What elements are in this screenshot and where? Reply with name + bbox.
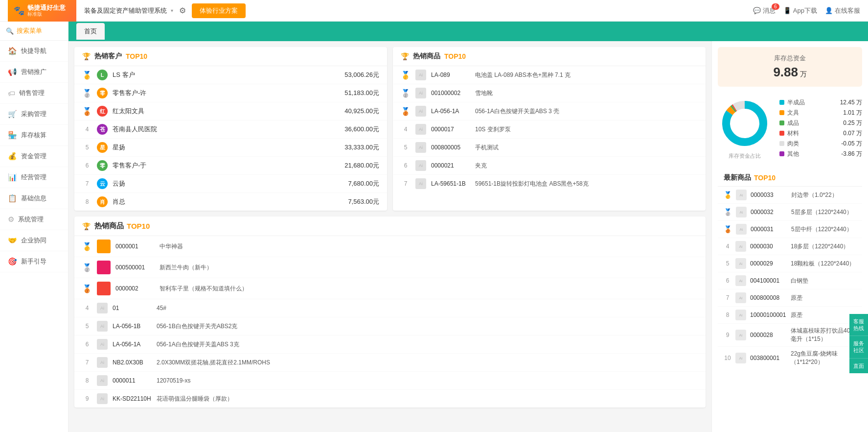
app-download-label: App下载: [793, 6, 817, 15]
guide-icon: 🎯: [8, 257, 17, 266]
product-image: [97, 261, 111, 274]
rank-number: 4: [401, 126, 411, 133]
product-placeholder: Ai: [415, 106, 426, 117]
new-products-top-label: TOP10: [754, 174, 776, 182]
product-placeholder: Ai: [415, 160, 426, 171]
rank-number: 5: [401, 144, 411, 151]
legend-label: 文具: [787, 109, 840, 117]
sidebar-label-system: 系统管理: [18, 215, 44, 224]
new-product-name: 原垄: [791, 311, 856, 319]
product-name: 手机测试: [475, 144, 698, 152]
product-placeholder: Ai: [97, 375, 108, 386]
product-image: [97, 240, 111, 253]
sidebar-label-guide: 新手引导: [21, 257, 46, 266]
product-code: LA-056-1B: [113, 323, 152, 330]
bronze-medal-icon: 🥉: [724, 225, 732, 233]
list-item: 7 Ai 000800008 原垄: [718, 289, 862, 307]
list-item: 🥉 0000002 智利车子里（规格不知道填什么）: [74, 278, 706, 299]
new-product-placeholder: Ai: [735, 241, 746, 252]
product-name: 45#: [157, 305, 698, 312]
sidebar-item-marketing[interactable]: 📢营销推广: [0, 62, 68, 83]
legend-value: 12.45 万: [840, 98, 862, 107]
legend-label: 其他: [787, 150, 838, 158]
customer-amount: 53,006.26元: [344, 71, 379, 79]
product-name: 056-1A白色按键开关盖ABS 3 壳: [475, 107, 698, 116]
tab-home[interactable]: 首页: [76, 23, 105, 40]
new-product-name: 体城嘉枝味苏打饮品400毫升（1*15）: [791, 327, 856, 343]
customer-name: 零售客户-许: [113, 89, 340, 97]
online-service-button[interactable]: 👤 在线客服: [825, 6, 860, 15]
sidebar-item-guide[interactable]: 🎯新手引导: [0, 251, 68, 272]
feedback-button[interactable]: 直面: [849, 359, 868, 373]
community-button[interactable]: 服务社区: [849, 336, 868, 359]
sidebar-item-system[interactable]: ⚙系统管理: [0, 209, 68, 230]
list-item: 🥈 000500001 新西兰牛肉（新牛）: [74, 257, 706, 278]
float-buttons: 客服热线 服务社区 直面: [849, 314, 868, 373]
rank-number: 4: [82, 305, 92, 312]
customer-name: 红太阳文具: [113, 107, 340, 116]
sidebar-item-inventory[interactable]: 🏪库存核算: [0, 125, 68, 146]
list-item: 8 Ai 10000100001 原垄: [718, 307, 862, 324]
list-item: 🥇 Ai LA-089 电池盖 LA-089 ABS本色+黑种 7.1 克: [393, 66, 706, 84]
sidebar-label-purchase: 采购管理: [21, 110, 46, 119]
settings-button[interactable]: ⚙: [179, 6, 186, 15]
avatar: 肖: [97, 196, 108, 207]
donut-svg: [718, 96, 772, 150]
avatar: L: [97, 70, 108, 80]
inventory-amount-display: 9.88 万: [726, 65, 854, 80]
sidebar-search[interactable]: 🔍 搜索菜单: [0, 22, 68, 41]
sidebar-item-quick-nav[interactable]: 🏠快捷导航: [0, 41, 68, 62]
new-products-list: 🥇 Ai 0000033 封边带（1.0*22） 🥈 Ai 0000032 5层…: [718, 187, 862, 369]
sidebar-item-finance[interactable]: 💰资金管理: [0, 146, 68, 167]
new-product-name: 白钢垫: [791, 277, 856, 285]
system-selector[interactable]: 装备及固定资产辅助管理系统 ▾: [84, 6, 173, 15]
donut-chart: [718, 96, 772, 150]
sidebar-item-sales[interactable]: 🏷销售管理: [0, 83, 68, 104]
main-layout: 🔍 搜索菜单 🏠快捷导航📢营销推广🏷销售管理🛒采购管理🏪库存核算💰资金管理📊经营…: [0, 22, 868, 432]
quick-nav-icon: 🏠: [8, 47, 17, 55]
product-code: LA-056-1A: [431, 108, 470, 115]
avatar: 星: [97, 142, 108, 153]
sidebar-item-collab[interactable]: 🤝企业协同: [0, 230, 68, 251]
customer-amount: 51,183.00元: [344, 89, 379, 97]
product-code: 0000017: [431, 126, 470, 133]
product-placeholder: Ai: [97, 303, 108, 313]
system-name: 装备及固定资产辅助管理系统: [84, 6, 167, 15]
sidebar-item-basics[interactable]: 📋基础信息: [0, 188, 68, 209]
customer-amount: 33,333.00元: [344, 143, 379, 152]
sidebar-item-purchase[interactable]: 🛒采购管理: [0, 104, 68, 125]
avatar: 苍: [97, 124, 108, 135]
new-product-code: 0000031: [751, 226, 787, 233]
customer-amount: 21,680.00元: [344, 161, 379, 170]
app-download-button[interactable]: 📱 App下载: [783, 6, 817, 15]
logo-icon: 🐾: [14, 5, 24, 16]
product-name: 056-1A白色按键开关盖ABS 3克: [157, 340, 698, 349]
new-product-name: 原垄: [791, 294, 856, 302]
customer-amount: 40,925.00元: [344, 107, 379, 116]
product-name: 花语萌值温分腿睡袋（厚款）: [157, 395, 698, 403]
new-product-name: 22g鱼豆腐-烧烤味（1*12*20）: [791, 350, 856, 366]
inventory-chart-section: 库存资金占比 半成品 12.45 万 文具 1.01 万 成品 0.25 万 材…: [718, 93, 862, 164]
list-item: 6 Ai 0000021 夹克: [393, 157, 706, 175]
sidebar-item-operations[interactable]: 📊经营管理: [0, 167, 68, 188]
inventory-unit: 万: [800, 70, 807, 78]
notifications-button[interactable]: 💬 消息 6: [753, 6, 776, 15]
list-item: 5 Ai 0000029 18颗粒板（1220*2440）: [718, 255, 862, 272]
list-item: 7 Ai NB2.0X30B 2.0X30MM双搓花轴,搓花直径2.1MM/RO…: [74, 354, 706, 372]
customer-ranking-panel: 🏆 热销客户 TOP10 🥇 L LS 客户 53,006.26元 🥈 零 零售…: [74, 47, 387, 211]
legend-item: 其他 -3.86 万: [779, 150, 862, 158]
trophy3-icon: 🏆: [82, 222, 91, 230]
product-placeholder: Ai: [97, 321, 108, 332]
legend-value: 0.25 万: [843, 119, 862, 127]
customer-service-button[interactable]: 客服热线: [849, 314, 868, 336]
list-item: 9 Ai 0000028 体城嘉枝味苏打饮品400毫升（1*15）: [718, 324, 862, 347]
legend-value: 0.07 万: [843, 129, 862, 138]
trial-button[interactable]: 体验行业方案: [192, 3, 246, 18]
customer-name: LS 客户: [113, 71, 340, 79]
new-product-code: 0000030: [750, 243, 787, 250]
legend-item: 肉类 -0.05 万: [779, 140, 862, 148]
list-item: 🥉 Ai LA-056-1A 056-1A白色按键开关盖ABS 3 壳: [393, 102, 706, 120]
chart-label: 库存资金占比: [718, 152, 772, 160]
content-tabs: 首页: [69, 22, 868, 41]
product-placeholder: Ai: [415, 124, 426, 135]
